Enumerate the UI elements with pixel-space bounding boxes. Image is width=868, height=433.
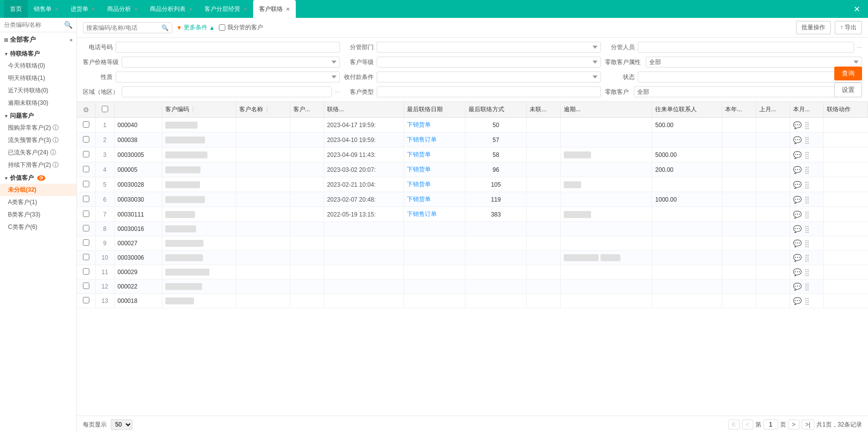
close-product-list-icon[interactable]: ✕	[189, 6, 193, 12]
message-icon[interactable]: 💬	[793, 254, 801, 262]
message-icon[interactable]: 💬	[793, 181, 801, 189]
message-icon[interactable]: 💬	[793, 166, 801, 174]
price-level-select[interactable]	[122, 57, 340, 68]
more-actions-icon[interactable]: ⣿	[804, 211, 809, 218]
nav-tab-purchase[interactable]: 进货单 ✕	[65, 0, 101, 18]
sidebar-item-tomorrow[interactable]: 明天待联络(1)	[0, 72, 76, 84]
message-icon[interactable]: 💬	[793, 239, 801, 247]
contact-method-link[interactable]: 下销货单	[407, 151, 431, 158]
batch-operation-button[interactable]: 批量操作	[796, 21, 831, 34]
customer-type-input[interactable]	[377, 86, 601, 97]
col-settings[interactable]: ⚙	[77, 102, 95, 118]
close-customer-contact-icon[interactable]: ✕	[286, 6, 290, 12]
row-checkbox[interactable]	[83, 254, 89, 260]
retail-customer-select[interactable]: 全部	[634, 86, 862, 97]
sidebar-item-class-a[interactable]: A类客户(1)	[0, 196, 76, 209]
payment-select[interactable]	[377, 72, 601, 82]
message-icon[interactable]: 💬	[793, 136, 801, 144]
more-actions-icon[interactable]: ⣿	[804, 196, 809, 204]
col-resizer[interactable]: ⋮	[190, 106, 196, 113]
row-checkbox[interactable]	[83, 297, 89, 303]
col-resizer-name[interactable]: ⋮	[264, 106, 270, 113]
contact-method-link[interactable]: 下销货单	[407, 181, 431, 188]
contact-method-link[interactable]: 下销货单	[407, 121, 431, 128]
row-checkbox[interactable]	[83, 121, 89, 128]
close-product-analysis-icon[interactable]: ✕	[134, 6, 138, 12]
more-actions-icon[interactable]: ⣿	[804, 268, 809, 276]
close-customer-layer-icon[interactable]: ✕	[243, 6, 247, 12]
dept-select[interactable]	[377, 42, 601, 53]
nav-tab-customer-layer[interactable]: 客户分层经营 ✕	[199, 0, 253, 18]
message-icon[interactable]: 💬	[793, 211, 801, 218]
contact-method-link[interactable]: 下销售订单	[407, 136, 437, 143]
sidebar-item-overdue[interactable]: 逾期未联络(30)	[0, 97, 76, 109]
nav-tab-home[interactable]: 首页	[4, 0, 28, 18]
sidebar-item-class-c[interactable]: C类客户(6)	[0, 221, 76, 233]
close-sales-icon[interactable]: ✕	[55, 6, 59, 12]
contact-method-link[interactable]: 下销货单	[407, 166, 431, 173]
close-purchase-icon[interactable]: ✕	[91, 6, 95, 12]
filter-more-conditions[interactable]: ▼ 更多条件 ▲	[176, 23, 215, 32]
sidebar-item-today[interactable]: 今天待联络(0)	[0, 60, 76, 72]
sidebar-item-7days[interactable]: 近7天待联络(0)	[0, 84, 76, 97]
customer-level-select[interactable]	[377, 57, 601, 68]
row-checkbox[interactable]	[83, 151, 89, 157]
sidebar-item-churn-warning[interactable]: 流失预警客户(3) ⓘ	[0, 134, 76, 146]
sidebar-pending-contact-header[interactable]: ▼ 待联络客户	[0, 47, 76, 60]
query-button[interactable]: 查询	[834, 67, 862, 80]
more-actions-icon[interactable]: ⣿	[804, 254, 809, 262]
more-actions-icon[interactable]: ⣿	[804, 166, 809, 174]
sidebar-problem-customers-header[interactable]: ▼ 问题客户	[0, 109, 76, 122]
nature-select[interactable]	[116, 72, 340, 82]
page-number-input[interactable]	[763, 420, 778, 430]
sidebar-all-customers[interactable]: ⊞ 全部客户 «	[0, 32, 76, 47]
filter-search-icon[interactable]: 🔍	[161, 24, 169, 31]
export-button[interactable]: ↑ 导出	[835, 21, 862, 34]
message-icon[interactable]: 💬	[793, 225, 801, 233]
my-customers-checkbox[interactable]	[219, 24, 225, 31]
reset-button[interactable]: 设置	[834, 82, 862, 97]
manager-more-icon[interactable]: ···	[857, 44, 862, 51]
prev-page-button[interactable]: <	[742, 420, 753, 430]
nav-tab-customer-contact[interactable]: 客户联络 ✕	[253, 0, 296, 18]
row-checkbox[interactable]	[83, 181, 89, 187]
first-page-button[interactable]: K	[728, 420, 740, 430]
more-actions-icon[interactable]: ⣿	[804, 151, 809, 159]
filter-search-input[interactable]	[86, 24, 159, 31]
status-select[interactable]	[638, 72, 862, 82]
phone-input[interactable]	[116, 42, 340, 53]
nav-close-all-button[interactable]: ✕	[850, 4, 864, 14]
sidebar-item-abnormal[interactable]: 囤购异常客户(2) ⓘ	[0, 122, 76, 134]
contact-method-link[interactable]: 下销货单	[407, 196, 431, 203]
contact-method-link[interactable]: 下销售订单	[407, 211, 437, 217]
sidebar-item-class-b[interactable]: B类客户(33)	[0, 209, 76, 221]
message-icon[interactable]: 💬	[793, 268, 801, 276]
manager-input[interactable]	[638, 42, 854, 53]
message-icon[interactable]: 💬	[793, 297, 801, 305]
next-page-button[interactable]: >	[788, 420, 800, 430]
retail-attr-select[interactable]: 全部	[646, 57, 862, 68]
area-input[interactable]	[122, 86, 332, 97]
more-actions-icon[interactable]: ⣿	[804, 239, 809, 247]
last-page-button[interactable]: >|	[801, 420, 814, 430]
row-checkbox[interactable]	[83, 196, 89, 202]
area-more-icon[interactable]: ···	[335, 88, 340, 95]
message-icon[interactable]: 💬	[793, 283, 801, 290]
more-actions-icon[interactable]: ⣿	[804, 136, 809, 144]
row-checkbox[interactable]	[83, 211, 89, 217]
row-checkbox[interactable]	[83, 283, 89, 289]
more-actions-icon[interactable]: ⣿	[804, 297, 809, 305]
settings-icon[interactable]: ⚙	[83, 106, 89, 114]
message-icon[interactable]: 💬	[793, 196, 801, 204]
row-checkbox[interactable]	[83, 268, 89, 275]
more-actions-icon[interactable]: ⣿	[804, 121, 809, 129]
nav-tab-sales[interactable]: 销售单 ✕	[28, 0, 65, 18]
more-actions-icon[interactable]: ⣿	[804, 283, 809, 290]
message-icon[interactable]: 💬	[793, 151, 801, 159]
more-actions-icon[interactable]: ⣿	[804, 181, 809, 189]
nav-tab-product-list[interactable]: 商品分析列表 ✕	[144, 0, 199, 18]
sidebar-item-ungroup[interactable]: 未分组(32)	[0, 184, 76, 196]
sidebar-search-icon[interactable]: 🔍	[64, 21, 72, 29]
message-icon[interactable]: 💬	[793, 121, 801, 129]
row-checkbox[interactable]	[83, 239, 89, 246]
